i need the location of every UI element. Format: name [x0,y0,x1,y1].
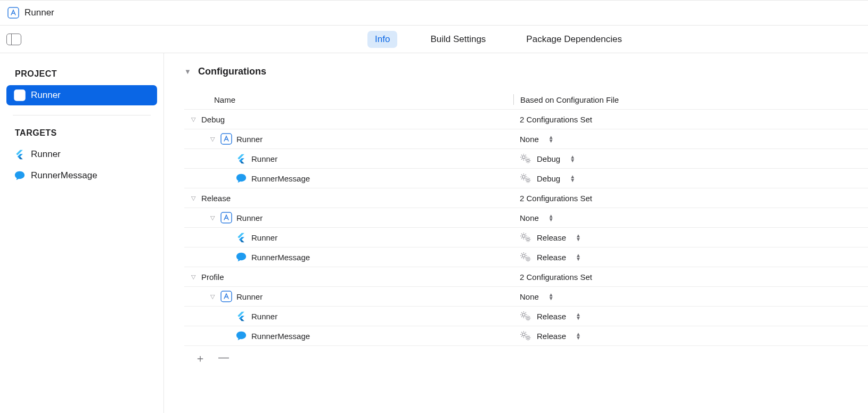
config-project-row[interactable]: ▽ Runner None ▲▼ [184,129,868,149]
config-file-value: Release [537,253,566,262]
table-header: Name Based on Configuration File [184,90,868,110]
gears-icon [520,330,531,342]
config-file-value: Release [537,312,566,321]
sidebar-item-label: RunnerMessage [31,170,97,181]
svg-point-8 [522,235,525,237]
sidebar-project-runner[interactable]: Runner [6,85,157,105]
divider [13,115,151,115]
config-project-name: Runner [236,213,263,222]
message-icon [14,170,26,181]
table-footer: ＋ — [184,346,868,366]
main: PROJECT Runner TARGETS Runner RunnerMess… [0,53,868,413]
updown-icon: ▲▼ [548,214,554,221]
config-row[interactable]: ▽ Debug 2 Configurations Set [184,110,868,129]
config-project-row[interactable]: ▽ Runner None ▲▼ [184,208,868,228]
svg-point-10 [522,254,525,257]
updown-icon: ▲▼ [576,253,581,261]
svg-point-15 [522,333,525,336]
config-target-row[interactable]: RunnerMessage Debug ▲▼ [184,169,868,188]
updown-icon: ▲▼ [548,135,554,143]
config-file-value: None [520,292,539,301]
message-icon [235,172,247,184]
sidebar-item-label: Runner [31,90,61,101]
config-file-select[interactable]: Release ▲▼ [537,332,581,341]
svg-point-6 [527,179,529,181]
config-row[interactable]: ▽ Release 2 Configurations Set [184,188,868,208]
updown-icon: ▲▼ [576,234,581,241]
config-project-row[interactable]: ▽ Runner None ▲▼ [184,287,868,307]
tabbar: Info Build Settings Package Dependencies [0,26,868,53]
sidebar-target-runnermessage[interactable]: RunnerMessage [6,166,157,186]
config-file-value: Release [537,332,566,341]
config-summary: 2 Configurations Set [520,194,592,203]
chevron-down-icon: ▽ [190,195,197,202]
config-target-name: Runner [251,312,277,321]
tab-package-dependencies[interactable]: Package Dependencies [519,31,629,48]
updown-icon: ▲▼ [570,175,575,182]
configurations-header[interactable]: ▼ Configurations [164,64,868,90]
flutter-icon [235,232,247,243]
chevron-down-icon: ▽ [190,274,197,280]
config-target-name: RunnerMessage [251,332,310,341]
config-file-value: None [520,213,539,222]
config-target-row[interactable]: RunnerMessage Release ▲▼ [184,247,868,267]
flutter-icon [235,310,247,322]
tab-build-settings[interactable]: Build Settings [423,31,493,48]
config-target-name: RunnerMessage [251,253,310,262]
svg-point-9 [527,238,529,240]
message-icon [235,330,247,342]
add-button[interactable]: ＋ [195,351,206,366]
appstore-icon [220,291,232,302]
config-project-name: Runner [236,135,263,144]
updown-icon: ▲▼ [570,155,575,162]
config-file-select[interactable]: Release ▲▼ [537,233,581,242]
toggle-left-panel-icon[interactable] [6,34,21,45]
svg-point-3 [522,156,525,159]
config-summary: 2 Configurations Set [520,272,592,282]
config-row[interactable]: ▽ Profile 2 Configurations Set [184,267,868,287]
config-target-name: Runner [251,154,277,163]
config-file-select[interactable]: Release ▲▼ [537,312,581,321]
svg-rect-7 [221,212,232,223]
config-file-select[interactable]: Debug ▲▼ [537,154,575,163]
titlebar: Runner [0,0,868,26]
config-file-select[interactable]: Release ▲▼ [537,253,581,262]
tab-info[interactable]: Info [367,31,397,48]
sidebar-target-runner[interactable]: Runner [6,144,157,164]
gears-icon [520,251,531,263]
config-file-select[interactable]: None ▲▼ [520,135,554,144]
gears-icon [520,232,531,243]
config-file-value: Release [537,233,566,242]
config-name: Release [201,194,231,203]
appstore-icon [7,7,19,19]
appstore-icon [220,133,232,145]
chevron-down-icon: ▽ [190,116,197,123]
section-title: Configurations [198,66,266,77]
updown-icon: ▲▼ [548,293,554,300]
svg-rect-0 [8,7,19,18]
updown-icon: ▲▼ [576,332,581,340]
tabs: Info Build Settings Package Dependencies [133,31,864,48]
config-file-select[interactable]: None ▲▼ [520,213,554,222]
config-file-select[interactable]: Debug ▲▼ [537,174,575,183]
chevron-down-icon: ▼ [184,68,192,76]
svg-point-16 [527,336,529,338]
column-based-on: Based on Configuration File [514,95,868,104]
svg-point-14 [527,317,529,319]
column-name: Name [184,90,513,109]
content: ▼ Configurations Name Based on Configura… [164,53,868,413]
appstore-icon [14,89,26,101]
svg-point-4 [527,159,529,161]
targets-section-label: TARGETS [5,125,158,143]
remove-button[interactable]: — [218,351,229,366]
svg-point-13 [522,313,525,316]
config-target-row[interactable]: Runner Debug ▲▼ [184,149,868,169]
config-target-row[interactable]: RunnerMessage Release ▲▼ [184,326,868,346]
config-target-row[interactable]: Runner Release ▲▼ [184,228,868,247]
svg-point-5 [522,176,525,178]
config-target-row[interactable]: Runner Release ▲▼ [184,307,868,326]
config-target-name: Runner [251,233,277,242]
svg-rect-2 [221,134,232,144]
config-file-select[interactable]: None ▲▼ [520,292,554,301]
config-file-value: Debug [537,154,560,163]
